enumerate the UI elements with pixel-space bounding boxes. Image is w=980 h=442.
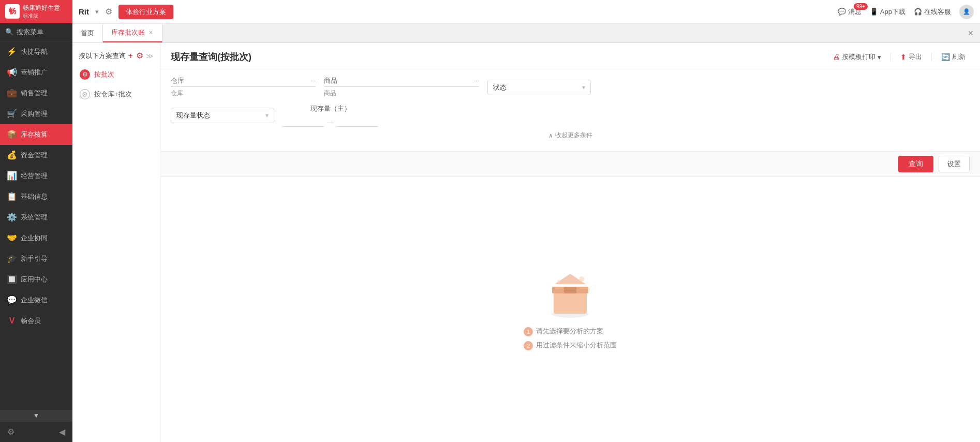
sidebar-search[interactable]: 🔍 搜索菜单 bbox=[0, 23, 72, 41]
empty-tip-1: 1 请先选择要分析的方案 bbox=[524, 327, 617, 336]
filter-add-button[interactable]: + bbox=[128, 51, 133, 61]
sidebar-footer: ⚙ ◀ bbox=[0, 421, 72, 442]
inventory-icon: 📦 bbox=[7, 130, 17, 139]
warehouse-more-icon[interactable]: ··· bbox=[310, 77, 316, 84]
goods-input[interactable] bbox=[324, 77, 471, 84]
svg-point-6 bbox=[557, 280, 560, 283]
header-divider-1 bbox=[890, 53, 891, 61]
tip-text-2: 用过滤条件来缩小分析范围 bbox=[536, 341, 617, 350]
nav-item-label: 营销推广 bbox=[21, 68, 48, 77]
settings-button[interactable]: 设置 bbox=[939, 156, 970, 172]
nav-item-label: 基础信息 bbox=[21, 192, 48, 201]
nav-item-label: 畅会员 bbox=[21, 316, 41, 326]
nav-item-label: 应用中心 bbox=[21, 275, 48, 284]
collapse-icon: ∧ bbox=[548, 132, 553, 139]
app-center-icon: 🔲 bbox=[7, 275, 17, 284]
tab-home[interactable]: 首页 bbox=[72, 24, 103, 42]
sidebar-item-guide[interactable]: 🎓 新手引导 bbox=[0, 248, 72, 269]
user-avatar[interactable]: 👤 bbox=[959, 5, 974, 19]
filter-area: ··· 仓库 ··· 商品 bbox=[160, 69, 980, 152]
empty-svg bbox=[544, 269, 596, 320]
trial-button[interactable]: 体验行业方案 bbox=[118, 5, 173, 19]
tip-num-1: 1 bbox=[524, 327, 533, 336]
online-support-button[interactable]: 🎧 在线客服 bbox=[914, 7, 951, 17]
sidebar-item-members[interactable]: V 畅会员 bbox=[0, 311, 72, 331]
sidebar-nav: ⚡ 快捷导航 📢 营销推广 💼 销售管理 🛒 采购管理 📦 库存核算 💰 bbox=[0, 41, 72, 410]
sidebar-item-finance[interactable]: 💰 资金管理 bbox=[0, 145, 72, 166]
sidebar-item-collab[interactable]: 🤝 企业协同 bbox=[0, 228, 72, 248]
filter-item-by-batch[interactable]: ⚙ 按批次 bbox=[72, 65, 160, 84]
collapse-bar[interactable]: ∧ 收起更多条件 bbox=[171, 127, 970, 144]
filter-settings-button[interactable]: ⚙ bbox=[136, 51, 144, 61]
finance-icon: 💰 bbox=[7, 151, 17, 160]
support-icon: 🎧 bbox=[914, 8, 922, 16]
sidebar-item-wechat[interactable]: 💬 企业微信 bbox=[0, 290, 72, 311]
svg-rect-1 bbox=[554, 292, 587, 314]
messages-button[interactable]: 💬 消息 99+ bbox=[838, 7, 862, 17]
quantity-main-from[interactable] bbox=[283, 117, 324, 127]
sidebar-settings-button[interactable]: ⚙ bbox=[7, 427, 14, 437]
tab-close-icon[interactable]: × bbox=[148, 28, 154, 37]
empty-tip-2: 2 用过滤条件来缩小分析范围 bbox=[524, 341, 617, 350]
sidebar-item-inventory[interactable]: 📦 库存核算 bbox=[0, 124, 72, 145]
goods-field: ··· 商品 bbox=[324, 77, 479, 98]
sidebar-item-app-center[interactable]: 🔲 应用中心 bbox=[0, 269, 72, 290]
tab-inventory-batch[interactable]: 库存批次账 × bbox=[103, 24, 162, 42]
filter-sidebar-actions: + ⚙ ≫ bbox=[128, 51, 154, 61]
topbar: Rit ▾ ⚙ 体验行业方案 💬 消息 99+ 📱 App下载 🎧 在线客服 bbox=[72, 0, 980, 24]
sidebar-settings-icon: ⚙ bbox=[7, 428, 14, 436]
goods-input-wrapper: ··· bbox=[324, 77, 479, 87]
app-title: 畅康通好生意 标准版 bbox=[23, 4, 60, 19]
svg-rect-3 bbox=[564, 287, 576, 293]
sidebar-header: 畅 畅康通好生意 标准版 bbox=[0, 0, 72, 23]
tab-close-button[interactable]: ✕ bbox=[966, 27, 976, 39]
sidebar-item-purchase[interactable]: 🛒 采购管理 bbox=[0, 104, 72, 124]
sidebar-item-sales[interactable]: 💼 销售管理 bbox=[0, 83, 72, 104]
content-area: 按以下方案查询 + ⚙ ≫ ⚙ 按批次 ⚙ 按仓库+批次 bbox=[72, 43, 980, 442]
inventory-status-arrow-icon: ▾ bbox=[265, 112, 269, 119]
inventory-status-select[interactable]: 现存量状态 ▾ bbox=[171, 108, 274, 123]
refresh-button[interactable]: 🔄 刷新 bbox=[937, 50, 970, 64]
filter-row-1: ··· 仓库 ··· 商品 bbox=[171, 77, 970, 98]
topbar-dropdown-icon[interactable]: ▾ bbox=[93, 7, 101, 17]
goods-label: 商品 bbox=[324, 89, 479, 98]
print-dropdown-icon[interactable]: ▾ bbox=[878, 53, 881, 61]
filter-item-by-batch-label: 按批次 bbox=[94, 70, 114, 79]
sidebar-collapse-button[interactable]: ◀ bbox=[59, 427, 65, 437]
main-content: 现存量查询(按批次) 🖨 按模板打印 ▾ ⬆ 导出 bbox=[160, 43, 980, 442]
header-divider-2 bbox=[931, 53, 932, 61]
warehouse-input[interactable] bbox=[171, 77, 307, 84]
topbar-actions: 💬 消息 99+ 📱 App下载 🎧 在线客服 👤 bbox=[838, 5, 974, 19]
sidebar-scroll-down[interactable]: ▼ bbox=[0, 410, 72, 421]
sidebar-item-quick-nav[interactable]: ⚡ 快捷导航 bbox=[0, 41, 72, 62]
topbar-gear-icon[interactable]: ⚙ bbox=[105, 7, 112, 17]
app-download-button[interactable]: 📱 App下载 bbox=[870, 7, 905, 17]
status-arrow-icon: ▾ bbox=[582, 84, 585, 91]
filter-item-by-warehouse-batch[interactable]: ⚙ 按仓库+批次 bbox=[72, 84, 160, 104]
export-button[interactable]: ⬆ 导出 bbox=[896, 50, 926, 64]
tip-text-1: 请先选择要分析的方案 bbox=[536, 327, 603, 336]
filter-item-by-warehouse-batch-label: 按仓库+批次 bbox=[94, 90, 132, 99]
avatar-icon: 👤 bbox=[963, 8, 970, 15]
goods-more-icon[interactable]: ··· bbox=[474, 77, 479, 84]
warehouse-input-wrapper: ··· bbox=[171, 77, 316, 87]
status-select[interactable]: 状态 ▾ bbox=[487, 80, 591, 95]
guide-icon: 🎓 bbox=[7, 254, 17, 263]
sidebar-item-marketing[interactable]: 📢 营销推广 bbox=[0, 62, 72, 83]
filter-collapse-icon[interactable]: ≫ bbox=[146, 52, 154, 60]
wechat-icon: 💬 bbox=[7, 296, 17, 305]
refresh-icon: 🔄 bbox=[941, 53, 950, 61]
quantity-main-field: 现存量（主） — bbox=[283, 104, 378, 127]
filter-item-by-warehouse-batch-icon: ⚙ bbox=[80, 89, 90, 99]
purchase-icon: 🛒 bbox=[7, 109, 17, 119]
sidebar-item-basic-info[interactable]: 📋 基础信息 bbox=[0, 186, 72, 207]
sidebar-item-system[interactable]: ⚙️ 系统管理 bbox=[0, 207, 72, 228]
print-template-button[interactable]: 🖨 按模板打印 ▾ bbox=[828, 50, 885, 64]
sidebar-item-operations[interactable]: 📊 经营管理 bbox=[0, 166, 72, 186]
query-button[interactable]: 查询 bbox=[898, 156, 933, 172]
quantity-main-label: 现存量（主） bbox=[310, 104, 351, 113]
system-icon: ⚙️ bbox=[7, 213, 17, 222]
quantity-main-to[interactable] bbox=[337, 117, 378, 127]
empty-illustration bbox=[544, 269, 596, 320]
page-header-actions: 🖨 按模板打印 ▾ ⬆ 导出 🔄 刷新 bbox=[828, 50, 970, 64]
